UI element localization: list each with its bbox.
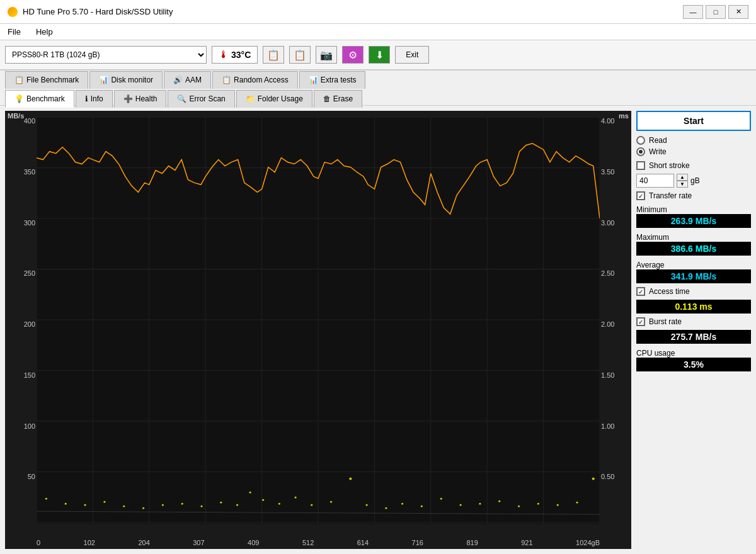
tab-file-benchmark[interactable]: 📋 File Benchmark xyxy=(5,71,88,89)
x-label-512: 512 xyxy=(302,539,314,546)
svg-point-39 xyxy=(385,507,387,509)
y-axis-right: 4.00 3.50 3.00 2.50 2.00 1.50 1.00 0.50 xyxy=(601,117,629,524)
menu-help[interactable]: Help xyxy=(33,26,55,38)
app-icon xyxy=(8,7,18,17)
svg-point-25 xyxy=(142,507,144,509)
file-benchmark-icon: 📋 xyxy=(14,76,24,84)
x-label-819: 819 xyxy=(466,539,478,546)
info-icon: ℹ xyxy=(85,94,88,103)
radio-write-circle xyxy=(636,147,645,156)
transfer-rate-label: Transfer rate xyxy=(649,191,692,200)
x-label-716: 716 xyxy=(412,539,423,546)
tab-extra-tests[interactable]: 📊 Extra tests xyxy=(299,71,366,89)
checkbox-access-time[interactable]: Access time xyxy=(636,287,751,296)
tab-erase[interactable]: 🗑 Erase xyxy=(314,90,362,108)
y-label-50: 50 xyxy=(28,473,35,480)
checkbox-burst-rate[interactable]: Burst rate xyxy=(636,317,751,326)
short-stroke-spinbox[interactable] xyxy=(636,174,674,188)
copy-icon-1: 📋 xyxy=(267,49,280,61)
start-button[interactable]: Start xyxy=(636,111,751,131)
aam-icon: 🔊 xyxy=(173,76,183,84)
download-button[interactable]: ⬇ xyxy=(369,46,390,64)
temperature-value: 33°C xyxy=(231,50,251,60)
settings-button[interactable]: ⚙ xyxy=(342,46,364,64)
svg-point-40 xyxy=(401,503,403,505)
svg-point-46 xyxy=(518,506,520,507)
svg-point-41 xyxy=(421,506,423,507)
x-label-921: 921 xyxy=(521,539,532,546)
y-right-2: 2.00 xyxy=(601,320,614,328)
spinbox-down[interactable]: ▼ xyxy=(677,181,688,188)
svg-point-28 xyxy=(200,506,202,507)
tab-benchmark[interactable]: 💡 Benchmark xyxy=(5,90,74,108)
tab-error-scan[interactable]: 🔍 Error Scan xyxy=(168,90,234,108)
download-icon: ⬇ xyxy=(375,49,384,61)
x-label-614: 614 xyxy=(357,539,369,546)
y-right-3: 3.00 xyxy=(601,219,614,227)
folder-usage-icon: 📁 xyxy=(246,94,255,103)
svg-point-32 xyxy=(262,499,264,501)
svg-point-23 xyxy=(103,501,105,503)
y-right-2.5: 2.50 xyxy=(601,269,614,277)
copy-button-1[interactable]: 📋 xyxy=(263,46,284,64)
y-right-1.5: 1.50 xyxy=(601,371,614,379)
svg-point-22 xyxy=(84,504,86,506)
maximize-button[interactable]: □ xyxy=(706,5,726,19)
minimize-button[interactable]: — xyxy=(683,5,703,19)
y-label-150: 150 xyxy=(24,371,35,379)
maximum-label: Maximum xyxy=(636,233,751,242)
minimum-label: Minimum xyxy=(636,205,751,214)
burst-rate-value: 275.7 MB/s xyxy=(636,330,751,344)
average-value: 341.9 MB/s xyxy=(636,269,751,283)
minimum-section: Minimum 263.9 MB/s xyxy=(636,204,751,228)
checkbox-transfer-rate[interactable]: Transfer rate xyxy=(636,191,751,200)
access-time-checkbox xyxy=(636,287,645,296)
camera-icon: 📷 xyxy=(320,49,333,61)
svg-point-24 xyxy=(123,506,125,507)
svg-point-42 xyxy=(440,498,442,500)
y-right-1: 1.00 xyxy=(601,422,614,430)
health-icon: ➕ xyxy=(123,94,133,103)
transfer-rate-checkbox xyxy=(636,191,645,200)
y-right-3.5: 3.50 xyxy=(601,168,614,176)
erase-icon: 🗑 xyxy=(323,94,331,103)
y-axis-left: 400 350 300 250 200 150 100 50 xyxy=(8,117,35,524)
x-label-307: 307 xyxy=(193,539,204,546)
extra-tests-icon: 📊 xyxy=(309,76,318,84)
tab-random-access[interactable]: 📋 Random Access xyxy=(212,71,298,89)
temperature-display: 🌡 33°C xyxy=(212,46,258,64)
close-button[interactable]: ✕ xyxy=(728,5,748,19)
spinbox-buttons: ▲ ▼ xyxy=(677,174,688,188)
y-label-300: 300 xyxy=(24,219,35,227)
app-title: HD Tune Pro 5.70 - Hard Disk/SSD Utility xyxy=(23,7,173,16)
right-panel: Start Read Write Short stroke ▲ ▼ gB xyxy=(636,106,756,554)
radio-write[interactable]: Write xyxy=(636,147,751,156)
spinbox-up[interactable]: ▲ xyxy=(677,174,688,181)
tab-folder-usage[interactable]: 📁 Folder Usage xyxy=(236,90,312,108)
svg-point-33 xyxy=(278,503,280,505)
window-controls: — □ ✕ xyxy=(683,5,748,19)
spinbox-row: ▲ ▼ gB xyxy=(636,174,751,188)
spinbox-unit: gB xyxy=(690,176,700,185)
tab-disk-monitor[interactable]: 📊 Disk monitor xyxy=(89,71,163,89)
tab-aam[interactable]: 🔊 AAM xyxy=(164,71,211,89)
camera-button[interactable]: 📷 xyxy=(316,46,337,64)
y-label-100: 100 xyxy=(24,422,35,430)
copy-button-2[interactable]: 📋 xyxy=(289,46,311,64)
svg-point-34 xyxy=(294,497,296,499)
tab-health[interactable]: ➕ Health xyxy=(114,90,167,108)
y-right-4: 4.00 xyxy=(601,117,614,125)
y-label-400: 400 xyxy=(24,117,35,125)
exit-button[interactable]: Exit xyxy=(395,46,429,64)
radio-read-circle xyxy=(636,136,645,145)
x-label-1024: 1024gB xyxy=(576,539,600,546)
svg-point-36 xyxy=(330,501,332,503)
access-time-value: 0.113 ms xyxy=(636,300,751,314)
x-axis: 0 102 204 307 409 512 614 716 819 921 10… xyxy=(37,539,600,546)
error-scan-icon: 🔍 xyxy=(177,94,186,103)
device-selector[interactable]: PPSS80-R 1TB (1024 gB) xyxy=(5,46,207,64)
radio-read[interactable]: Read xyxy=(636,136,751,145)
tab-info[interactable]: ℹ Info xyxy=(76,90,113,108)
checkbox-short-stroke[interactable]: Short stroke xyxy=(636,161,751,170)
menu-file[interactable]: File xyxy=(5,26,23,38)
